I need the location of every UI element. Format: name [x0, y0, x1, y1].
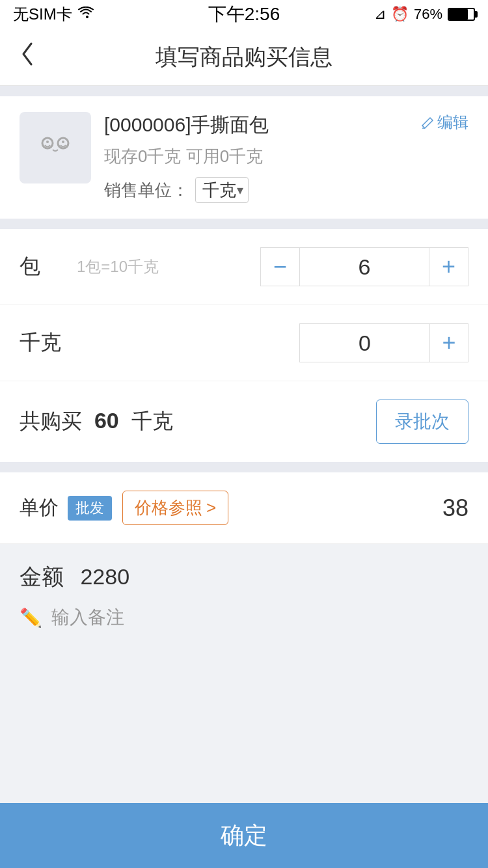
page-title: 填写商品购买信息: [156, 42, 332, 72]
product-info: [0000006]手撕面包 编辑 现存0千克 可用0千克 销售单位： 千克: [104, 112, 468, 203]
kg-quantity-control: +: [299, 323, 468, 362]
price-ref-button[interactable]: 价格参照 >: [122, 491, 228, 525]
price-row: 单价 批发 价格参照 > 38: [0, 472, 488, 544]
back-button[interactable]: [20, 41, 35, 73]
amount-section: 金额 2280 ✏️ 输入备注: [0, 544, 488, 643]
form-section: 包 1包=10千克 − + 千克 + 共购买 60 千克 录批次: [0, 229, 488, 462]
remark-label: 输入备注: [51, 605, 124, 630]
unit-select-wrapper[interactable]: 千克: [195, 177, 249, 203]
bag-quantity-input[interactable]: [299, 247, 429, 286]
price-type-tag: 批发: [68, 496, 112, 521]
unit-label: 销售单位：: [104, 179, 189, 202]
batch-button[interactable]: 录批次: [376, 400, 468, 444]
pencil-icon: ✏️: [20, 607, 42, 629]
bag-sublabel: 1包=10千克: [77, 256, 260, 277]
divider-2: [0, 462, 488, 472]
edit-button[interactable]: 编辑: [420, 112, 468, 133]
kg-label: 千克: [20, 329, 72, 357]
alarm-icon: ⏰: [391, 6, 409, 23]
status-bar-time: 下午2:56: [208, 2, 280, 27]
kg-row: 千克 +: [0, 305, 488, 381]
product-card: [0000006]手撕面包 编辑 现存0千克 可用0千克 销售单位： 千克: [0, 96, 488, 219]
product-stock: 现存0千克 可用0千克: [104, 145, 468, 168]
svg-point-2: [46, 141, 49, 143]
bag-increase-button[interactable]: +: [429, 247, 468, 286]
amount-value: 2280: [80, 564, 129, 589]
total-text: 共购买 60 千克: [20, 407, 376, 436]
divider-1: [0, 219, 488, 229]
price-section: 单价 批发 价格参照 > 38: [0, 472, 488, 544]
status-bar: 无SIM卡 下午2:56 ⊿ ⏰ 76%: [0, 0, 488, 29]
kg-quantity-input[interactable]: [299, 323, 429, 362]
product-unit-row: 销售单位： 千克: [104, 177, 468, 203]
product-logo-icon: [36, 129, 75, 167]
confirm-button-label: 确定: [221, 820, 267, 852]
product-name: [0000006]手撕面包: [104, 112, 269, 139]
kg-increase-button[interactable]: +: [429, 323, 468, 362]
total-row: 共购买 60 千克 录批次: [0, 381, 488, 462]
wifi-icon: [77, 5, 94, 23]
bag-row: 包 1包=10千克 − +: [0, 229, 488, 305]
battery-percent: 76%: [414, 6, 442, 23]
bag-decrease-button[interactable]: −: [260, 247, 299, 286]
status-bar-right: ⊿ ⏰ 76%: [374, 6, 475, 23]
confirm-bar[interactable]: 确定: [0, 803, 488, 868]
price-value: 38: [442, 495, 468, 522]
amount-row: 金额 2280: [20, 562, 468, 592]
nav-bar: 填写商品购买信息: [0, 29, 488, 86]
status-bar-left: 无SIM卡: [13, 4, 94, 25]
bag-label: 包: [20, 252, 72, 281]
bag-quantity-control: − +: [260, 247, 468, 286]
carrier-text: 无SIM卡: [13, 4, 72, 25]
location-icon: ⊿: [374, 6, 386, 23]
price-label: 单价: [20, 495, 59, 521]
battery-icon: [448, 8, 475, 21]
product-name-row: [0000006]手撕面包 编辑: [104, 112, 468, 139]
svg-point-3: [62, 141, 64, 143]
remark-row[interactable]: ✏️ 输入备注: [20, 605, 468, 630]
divider-top: [0, 86, 488, 96]
unit-select[interactable]: 千克: [195, 177, 249, 203]
product-image: [20, 112, 91, 183]
